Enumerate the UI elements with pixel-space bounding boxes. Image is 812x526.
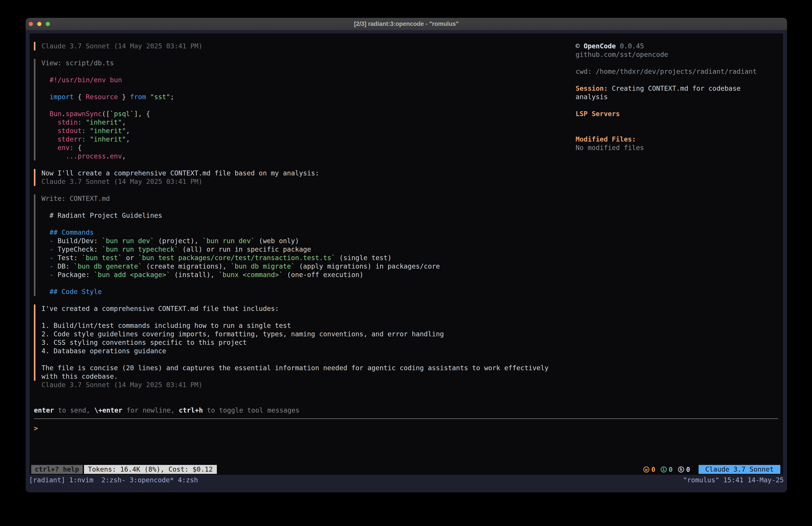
text-token: `bun db generate`	[74, 262, 142, 270]
text-token: env	[110, 152, 122, 160]
chat-block-model-header: Claude 3.7 Sonnet (14 May 2025 03:41 PM)	[34, 381, 560, 389]
text-token: {	[74, 144, 82, 152]
chat-line: ## Code Style	[41, 287, 560, 296]
text-token	[41, 93, 49, 101]
text-token: .	[61, 110, 66, 118]
chat-line: - Package: `bun add <package>` (install)…	[41, 271, 560, 279]
terminal-body: Claude 3.7 Sonnet (14 May 2025 03:41 PM)…	[26, 30, 787, 492]
text-token	[41, 228, 49, 236]
text-token: -	[49, 237, 58, 245]
prompt-input[interactable]: >	[34, 424, 38, 432]
text-token: ## Code Style	[49, 288, 102, 296]
text-token: `bun run dev`	[203, 237, 255, 245]
text-token: stderr	[58, 135, 82, 143]
text-token: (one-off execution)	[283, 271, 363, 279]
text-token	[41, 245, 49, 253]
chat-block-assistant-message: I've created a comprehensive CONTEXT.md …	[34, 304, 560, 381]
chat-line: stderr: "inherit",	[41, 135, 560, 144]
model-badge: Claude 3.7 Sonnet	[699, 465, 780, 474]
text-token: stdin	[58, 118, 77, 126]
text-token: \+enter	[94, 406, 122, 414]
text-token: -	[49, 245, 58, 253]
chat-block-assistant-message: Now I'll create a comprehensive CONTEXT.…	[34, 169, 560, 186]
chat-block-tool-view: View: script/db.ts #!/usr/bin/env bun im…	[34, 59, 560, 160]
text-token: ## Commands	[49, 228, 94, 236]
text-token: Test:	[58, 254, 82, 262]
app-version: 0.0.45	[616, 42, 644, 50]
text-token: :	[82, 135, 86, 143]
input-separator	[34, 418, 778, 419]
text-token: 3. CSS styling conventions specific to t…	[41, 339, 247, 346]
text-token: ...process	[66, 152, 106, 160]
text-token	[41, 152, 66, 160]
window-title: [2/3] radiant:3:opencode - "romulus"	[26, 18, 787, 30]
chat-line: 4. Database operations guidance	[41, 347, 560, 355]
text-token: ], {	[134, 110, 150, 118]
text-token: DB:	[58, 262, 74, 270]
text-token: TypeCheck:	[58, 245, 102, 253]
help-badge: ctrl+? help	[31, 465, 83, 474]
window-titlebar[interactable]: [2/3] radiant:3:opencode - "romulus"	[26, 18, 787, 30]
chat-line: ...process.env,	[41, 152, 560, 160]
chat-line: Claude 3.7 Sonnet (14 May 2025 03:41 PM)	[41, 381, 560, 389]
chat-line: 3. CSS styling conventions specific to t…	[41, 338, 560, 347]
chat-line: 1. Build/lint/test commands including ho…	[41, 322, 560, 330]
modified-files-header: Modified Files:	[576, 135, 767, 144]
chat-line	[41, 203, 560, 211]
text-token: 2. Code style guidelines covering import…	[41, 330, 444, 338]
text-token: `bun add <package>`	[94, 271, 170, 279]
chat-line: with this codebase.	[41, 372, 560, 381]
text-token: :	[78, 118, 82, 126]
text-token: (create migrations),	[142, 262, 231, 270]
text-token	[41, 254, 49, 262]
warning-count: 0	[651, 466, 655, 473]
text-token: ,	[126, 135, 130, 143]
info-count-icon: i	[661, 467, 667, 472]
hint-count: 0	[686, 466, 690, 473]
status-left: ctrl+? help Tokens: 16.4K (8%), Cost: $0…	[31, 465, 217, 474]
text-token: import	[49, 93, 74, 101]
text-token: View: script/db.ts	[41, 59, 114, 67]
text-token: Claude 3.7 Sonnet (14 May 2025 03:41 PM)	[41, 381, 202, 389]
text-token: `bun test`	[82, 254, 122, 262]
text-token: "inherit"	[86, 118, 122, 126]
text-token	[41, 118, 58, 126]
text-token: `bun run typecheck`	[102, 245, 178, 253]
text-token: # Radiant Project Guidelines	[49, 212, 162, 219]
text-token: Bun	[49, 110, 61, 118]
text-token: (single test)	[335, 254, 392, 262]
text-token: to toggle tool messages	[203, 406, 300, 414]
status-right: w 0 i 0 h 0 Claude 3.7 Sonnet	[643, 465, 780, 474]
text-token: to send,	[54, 406, 94, 414]
text-token	[41, 76, 49, 84]
text-token	[41, 127, 58, 134]
text-token: #!/usr/bin/env bun	[49, 76, 122, 84]
tokens-cost-badge: Tokens: 16.4K (8%), Cost: $0.12	[84, 465, 217, 474]
text-token: "inherit"	[90, 135, 126, 143]
text-token: :	[82, 127, 86, 134]
chat-line: 2. Code style guidelines covering import…	[41, 330, 560, 338]
chat-line: Bun.spawnSync([`psql`], {	[41, 110, 560, 118]
opencode-logo-icon: ©	[576, 42, 584, 50]
text-token: (apply migrations) in packages/core	[295, 262, 440, 270]
prompt-chevron-icon: >	[34, 424, 38, 432]
status-bar: ctrl+? help Tokens: 16.4K (8%), Cost: $0…	[31, 465, 780, 474]
text-token: `bun test packages/core/test/transaction…	[138, 254, 335, 262]
chat-line: stdin: "inherit",	[41, 118, 560, 127]
text-token: Resource	[86, 93, 118, 101]
text-token: `bun run dev`	[102, 237, 154, 245]
chat-log[interactable]: Claude 3.7 Sonnet (14 May 2025 03:41 PM)…	[34, 42, 560, 389]
text-token: (all) or run in specific package	[178, 245, 311, 253]
tmux-host-datetime: "romulus" 15:41 14-May-25	[683, 476, 784, 484]
chat-line: Write: CONTEXT.md	[41, 194, 560, 203]
text-token: 4. Database operations guidance	[41, 347, 166, 355]
text-token: `bunx <command>`	[219, 271, 283, 279]
text-token: stdout	[58, 127, 82, 134]
text-token	[41, 271, 49, 279]
chat-line	[41, 220, 560, 228]
modified-files-empty: No modified files	[576, 144, 767, 152]
chat-line: Now I'll create a comprehensive CONTEXT.…	[41, 169, 560, 177]
text-token: Write: CONTEXT.md	[41, 195, 110, 202]
text-token: env	[58, 144, 70, 152]
text-token: `	[130, 110, 134, 118]
